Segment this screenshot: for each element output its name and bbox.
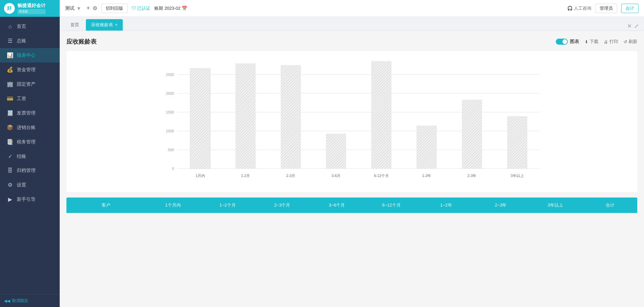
print-icon: 🖨 — [604, 39, 608, 44]
add-icon[interactable]: + — [87, 5, 90, 12]
sidebar-item-invoices[interactable]: 🧾 发票管理 — [0, 106, 60, 120]
assets-icon: 🏢 — [7, 81, 13, 87]
th-customer: 客户 — [66, 198, 146, 213]
ledger-icon: ☰ — [7, 38, 13, 44]
svg-text:1500: 1500 — [166, 110, 174, 114]
content-area: 应收账龄表 图表 ⬇ 下载 🖨 打印 ↺ 刷新 — [60, 31, 644, 307]
service-button[interactable]: 🎧 人工咨询 — [567, 5, 591, 11]
pin-label: 取消固定 — [12, 298, 28, 304]
sidebar-item-label: 发票管理 — [17, 110, 36, 116]
sidebar-item-settings[interactable]: ⚙ 设置 — [0, 178, 60, 192]
tab-home-label: 首页 — [70, 22, 79, 28]
sidebar-item-archive[interactable]: 🗄 归档管理 — [0, 164, 60, 178]
topbar-right: 🎧 人工咨询 管理员 会计 — [567, 4, 639, 13]
chart-container: 0 500 1000 1500 2000 2500 — [66, 51, 637, 192]
sidebar-logo: 好 畅捷通好会计 专业版 — [0, 0, 60, 17]
toggle-track[interactable] — [556, 39, 568, 45]
svg-text:6-12个月: 6-12个月 — [374, 174, 389, 178]
tax-icon: 📑 — [7, 139, 13, 145]
svg-text:1月内: 1月内 — [196, 174, 205, 178]
workspace-selector[interactable]: 测试 ▼ — [65, 5, 81, 11]
bar-fill-8 — [507, 116, 527, 169]
workspace-name: 测试 — [65, 5, 74, 11]
close-window-icon[interactable]: ✕ — [627, 23, 632, 29]
logo-text: 畅捷通好会计 — [17, 3, 46, 8]
th-3-6m: 3~6个月 — [310, 198, 364, 213]
sidebar-item-closing[interactable]: ✓ 结账 — [0, 149, 60, 164]
sidebar-item-guide[interactable]: ▶ 新手引导 — [0, 192, 60, 207]
sidebar-item-label: 工资 — [17, 96, 26, 102]
download-button[interactable]: ⬇ 下载 — [585, 39, 598, 45]
svg-text:2-3月: 2-3月 — [286, 174, 296, 178]
th-1m: 1个月内 — [146, 198, 200, 213]
logo-badge: 专业版 — [17, 9, 46, 14]
shield-icon: 🛡 — [131, 6, 136, 11]
sidebar-item-inventory[interactable]: 📦 进销台账 — [0, 120, 60, 135]
tabs-bar: 首页 应收账龄表 × ✕ ⤢ — [60, 17, 644, 31]
sidebar-item-label: 设置 — [17, 182, 26, 188]
bar-fill-3 — [281, 65, 301, 169]
switch-version-button[interactable]: 切到旧版 — [101, 4, 127, 13]
window-controls: ✕ ⤢ — [627, 23, 639, 31]
workspace-dropdown-icon[interactable]: ▼ — [76, 6, 81, 11]
reports-icon: 📊 — [7, 52, 13, 58]
bar-fill-1 — [190, 69, 210, 169]
invoices-icon: 🧾 — [7, 110, 13, 116]
bar-chart: 0 500 1000 1500 2000 2500 — [73, 58, 631, 185]
guide-icon: ▶ — [7, 196, 13, 203]
expand-window-icon[interactable]: ⤢ — [634, 23, 639, 29]
payroll-icon: 💳 — [7, 95, 13, 102]
main-area: 测试 ▼ + ⚙ 切到旧版 🛡 已认证 账期 2023-02 📅 🎧 人工咨询 … — [60, 0, 644, 307]
table-header: 客户 1个月内 1~2个月 2~3个月 3~6个月 6~12个月 1~2年 2~… — [66, 198, 637, 213]
sidebar-item-label: 进销台账 — [17, 125, 36, 131]
archive-icon: 🗄 — [7, 168, 13, 174]
download-icon: ⬇ — [585, 39, 588, 44]
certified-badge: 🛡 已认证 — [131, 5, 150, 11]
sidebar-item-label: 新手引导 — [17, 196, 36, 203]
bar-fill-7 — [462, 100, 482, 169]
sidebar-item-payroll[interactable]: 💳 工资 — [0, 91, 60, 106]
sidebar-item-label: 结账 — [17, 154, 26, 160]
bar-fill-4 — [326, 134, 346, 169]
gear-icon[interactable]: ⚙ — [93, 5, 97, 11]
sidebar-item-label: 税务管理 — [17, 139, 36, 145]
svg-text:3年以上: 3年以上 — [511, 174, 524, 178]
tab-close-icon[interactable]: × — [115, 23, 117, 27]
user-button[interactable]: 管理员 — [595, 4, 617, 13]
refresh-button[interactable]: ↺ 刷新 — [624, 39, 637, 45]
tab-aging-label: 应收账龄表 — [91, 22, 113, 28]
pin-icon: ◀◀ — [4, 299, 10, 303]
report-header: 应收账龄表 图表 ⬇ 下载 🖨 打印 ↺ 刷新 — [66, 38, 637, 46]
calendar-icon[interactable]: 📅 — [182, 6, 187, 11]
bar-fill-5 — [371, 61, 391, 169]
th-total: 合计 — [583, 198, 637, 213]
sidebar-pin-toggle[interactable]: ◀◀ 取消固定 — [0, 294, 60, 307]
sidebar-item-reports[interactable]: 📊 报表中心 — [0, 48, 60, 62]
sidebar-item-ledger[interactable]: ☰ 总账 — [0, 34, 60, 48]
sidebar-item-funds[interactable]: 💰 资金管理 — [0, 62, 60, 77]
refresh-icon: ↺ — [624, 39, 627, 44]
sidebar-item-label: 总账 — [17, 38, 26, 44]
tab-aging[interactable]: 应收账龄表 × — [86, 19, 123, 31]
sidebar-item-label: 固定资产 — [17, 81, 36, 87]
role-button[interactable]: 会计 — [621, 4, 639, 13]
bar-fill-2 — [235, 63, 256, 169]
chart-toggle[interactable]: 图表 — [556, 39, 579, 45]
chart-toggle-label: 图表 — [570, 39, 579, 45]
svg-text:500: 500 — [168, 148, 174, 152]
sidebar-item-label: 归档管理 — [17, 168, 36, 174]
sidebar-item-tax[interactable]: 📑 税务管理 — [0, 135, 60, 149]
tab-home[interactable]: 首页 — [65, 19, 85, 31]
sidebar-nav: ⌂ 首页 ☰ 总账 📊 报表中心 💰 资金管理 🏢 固定资产 💳 工资 🧾 发票… — [0, 17, 60, 294]
svg-text:2-3年: 2-3年 — [468, 174, 477, 178]
sidebar-item-assets[interactable]: 🏢 固定资产 — [0, 77, 60, 91]
report-title: 应收账龄表 — [66, 38, 97, 46]
sidebar-item-label: 报表中心 — [17, 52, 36, 58]
sidebar: 好 畅捷通好会计 专业版 ⌂ 首页 ☰ 总账 📊 报表中心 💰 资金管理 🏢 固… — [0, 0, 60, 307]
inventory-icon: 📦 — [7, 124, 13, 131]
logo-icon: 好 — [4, 3, 15, 14]
print-button[interactable]: 🖨 打印 — [604, 39, 618, 45]
report-actions: 图表 ⬇ 下载 🖨 打印 ↺ 刷新 — [556, 39, 637, 45]
sidebar-item-home[interactable]: ⌂ 首页 — [0, 19, 60, 34]
period-display: 账期 2023-02 📅 — [154, 5, 187, 11]
